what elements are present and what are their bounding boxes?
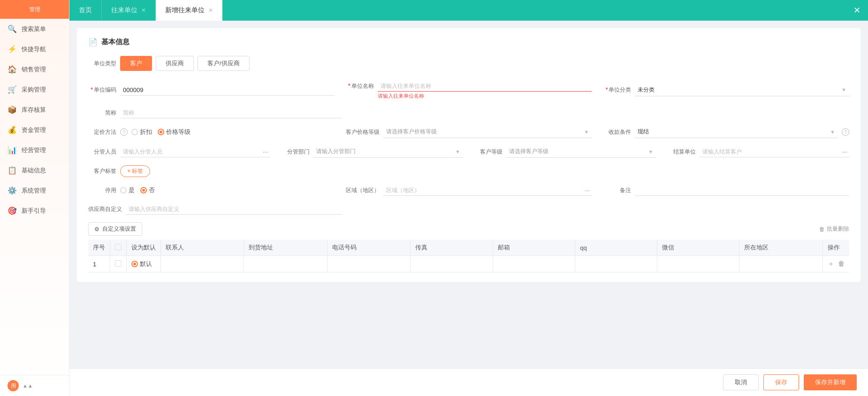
row-qq[interactable]: [575, 256, 657, 272]
form-row-6: 停用 是 否 区域（地区）: [88, 185, 849, 196]
manager-input[interactable]: [120, 146, 259, 157]
form-row-1: 单位编码 单位名称 请输入往来单位名称 单位分类 未分类 ▼: [88, 80, 849, 100]
manager-dots-btn[interactable]: ···: [261, 148, 270, 155]
batch-delete-button[interactable]: 🗑 批量删除: [819, 225, 849, 233]
radio-disabled-no[interactable]: 否: [140, 186, 155, 194]
radio-price-level[interactable]: 价格等级: [158, 128, 190, 136]
customer-price-field: 客户价格等级 请选择客户价格等级 ▼: [346, 126, 592, 138]
type-btn-customer[interactable]: 客户: [120, 56, 152, 71]
tab-partners[interactable]: 往来单位 ✕: [102, 0, 156, 21]
customer-tag-row: 客户标签 + 标签: [88, 165, 849, 177]
sidebar-item-system[interactable]: ⚙️ 系统管理: [0, 180, 69, 201]
row-address-input[interactable]: [249, 261, 322, 268]
sidebar-item-guide[interactable]: 🎯 新手引导: [0, 201, 69, 221]
row-delete-icon[interactable]: 🗑: [838, 260, 845, 268]
row-email-input[interactable]: [498, 261, 570, 268]
type-btn-both[interactable]: 客户/供应商: [198, 56, 250, 71]
tab-home[interactable]: 首页: [69, 0, 102, 21]
sidebar-item-sales[interactable]: 🏠 销售管理: [0, 59, 69, 79]
row-email[interactable]: [493, 256, 575, 272]
department-label: 分管部门: [282, 148, 310, 156]
customer-level-placeholder: 请选择客户等级: [509, 148, 647, 155]
row-qq-input[interactable]: [580, 261, 652, 268]
row-default-radio[interactable]: 默认: [131, 260, 156, 268]
manager-input-wrapper: ···: [120, 146, 270, 157]
row-address[interactable]: [244, 256, 327, 272]
payment-terms-help-icon[interactable]: ?: [842, 128, 849, 136]
th-region: 所在地区: [739, 240, 823, 256]
unit-category-select[interactable]: 未分类 ▼: [635, 84, 849, 96]
th-email: 邮箱: [493, 240, 575, 256]
type-btn-supplier[interactable]: 供应商: [156, 56, 194, 71]
main-area: 首页 往来单位 ✕ 新增往来单位 ✕ ✕ 📄 基本信息 单位类型 客户 供应商 …: [69, 0, 868, 396]
settlement-input[interactable]: [700, 146, 838, 157]
row-region-input[interactable]: [744, 261, 818, 268]
disabled-label: 停用: [88, 186, 116, 194]
payment-terms-select[interactable]: 现结 ▼: [635, 126, 838, 138]
sidebar: 管理 🔍 搜索菜单 ⚡ 快捷导航 🏠 销售管理 🛒 采购管理 📦 库存核算 💰 …: [0, 0, 69, 396]
radio-price-level-label: 价格等级: [166, 128, 190, 136]
select-all-checkbox[interactable]: [115, 244, 122, 250]
section-title-icon: 📄: [88, 38, 98, 47]
tab-bar-close-all[interactable]: ✕: [853, 5, 860, 16]
row-wechat[interactable]: [657, 256, 739, 272]
row-phone-input[interactable]: [332, 261, 406, 268]
region-field: 区域（地区） ···: [346, 185, 592, 196]
sidebar-item-guide-label: 新手引导: [22, 207, 46, 215]
user-avatar[interactable]: 用: [8, 380, 19, 391]
unit-name-field: 单位名称: [346, 80, 592, 92]
short-name-input[interactable]: [120, 107, 342, 118]
customer-level-select[interactable]: 请选择客户等级 ▼: [506, 146, 656, 158]
sidebar-item-search-label: 搜索菜单: [22, 25, 46, 33]
row-actions: ＋ 🗑: [822, 256, 849, 272]
sidebar-item-finance-label: 资金管理: [22, 126, 46, 134]
row-checkbox[interactable]: [110, 256, 127, 272]
supplier-custom-input[interactable]: [126, 203, 342, 215]
tab-new-partner-close[interactable]: ✕: [208, 7, 213, 14]
th-checkbox[interactable]: [110, 240, 127, 256]
row-phone[interactable]: [327, 256, 411, 272]
row-action-group: ＋ 🗑: [828, 260, 845, 268]
tab-new-partner[interactable]: 新增往来单位 ✕: [156, 0, 222, 21]
sidebar-item-purchase[interactable]: 🛒 采购管理: [0, 79, 69, 100]
pricing-help-icon[interactable]: ?: [120, 128, 128, 136]
sidebar-item-search[interactable]: 🔍 搜索菜单: [0, 19, 69, 39]
tab-bar: 首页 往来单位 ✕ 新增往来单位 ✕ ✕: [69, 0, 868, 21]
row-fax-input[interactable]: [415, 261, 487, 268]
save-button[interactable]: 保存: [763, 374, 799, 390]
row-contact-input[interactable]: [166, 261, 239, 268]
radio-discount-circle: [131, 129, 138, 135]
region-dots-btn[interactable]: ···: [583, 186, 592, 194]
th-action: 操作: [822, 240, 849, 256]
radio-discount[interactable]: 折扣: [131, 128, 152, 136]
sidebar-item-operations[interactable]: 📊 经营管理: [0, 140, 69, 160]
unit-code-input[interactable]: [120, 85, 335, 96]
radio-disabled-yes[interactable]: 是: [120, 186, 135, 194]
row-wechat-input[interactable]: [662, 261, 734, 268]
customer-price-select[interactable]: 请选择客户价格等级 ▼: [383, 126, 592, 138]
row-checkbox-box[interactable]: [115, 260, 122, 267]
unit-name-input[interactable]: [378, 80, 592, 92]
row-contact[interactable]: [161, 256, 244, 272]
add-tag-button[interactable]: + 标签: [120, 165, 150, 177]
save-new-button[interactable]: 保存并新增: [804, 374, 857, 390]
row-add-icon[interactable]: ＋: [828, 260, 834, 268]
sidebar-item-basic[interactable]: 📋 基础信息: [0, 160, 69, 180]
region-input[interactable]: [383, 185, 581, 195]
supplier-custom-row: 供应商自定义: [88, 203, 849, 215]
cancel-button[interactable]: 取消: [723, 374, 759, 390]
sidebar-item-quick-nav[interactable]: ⚡ 快捷导航: [0, 39, 69, 59]
row-region[interactable]: [739, 256, 823, 272]
custom-settings-button[interactable]: ⚙ 自定义项设置: [88, 222, 142, 236]
row-fax[interactable]: [411, 256, 493, 272]
remarks-input[interactable]: [635, 185, 849, 196]
sidebar-item-inventory[interactable]: 📦 库存核算: [0, 100, 69, 120]
search-icon: 🔍: [8, 24, 17, 33]
unit-category-label: 单位分类: [603, 86, 631, 94]
sidebar-item-finance[interactable]: 💰 资金管理: [0, 120, 69, 140]
tab-partners-close[interactable]: ✕: [141, 7, 146, 14]
home-icon: 🏠: [8, 65, 17, 74]
settlement-dots-btn[interactable]: ···: [840, 148, 849, 155]
department-select[interactable]: 请输入分管部门 ▼: [313, 146, 464, 158]
sidebar-bottom-text: ▲▲: [23, 383, 33, 388]
